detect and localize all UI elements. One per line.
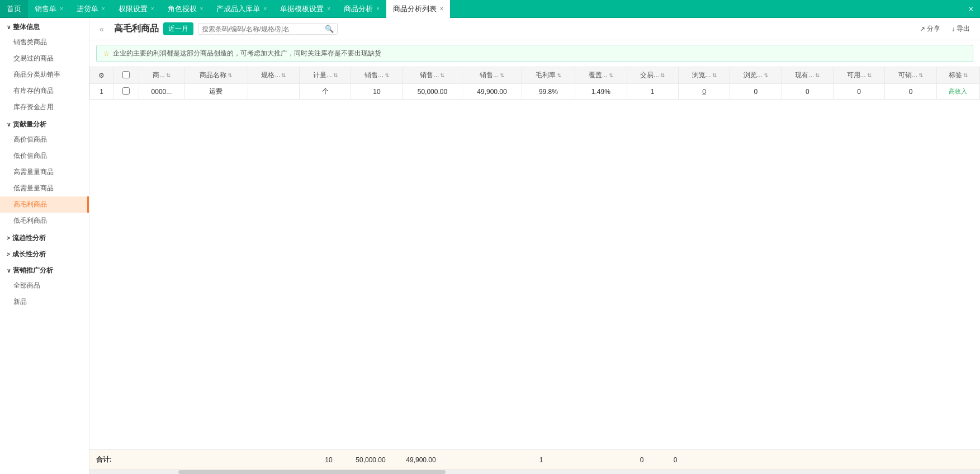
col-header-sales2[interactable]: 销售...⇅	[403, 67, 462, 84]
sidebar-item-1-5[interactable]: 低毛利商品	[0, 213, 89, 229]
row-sales1: 10	[351, 84, 403, 100]
row-checkbox[interactable]	[122, 87, 130, 95]
nav-close-6[interactable]: ×	[327, 0, 330, 18]
footer-sales2: 50,000.00	[345, 456, 396, 464]
nav-item-0[interactable]: 首页	[0, 0, 28, 18]
sort-icon-tag[interactable]: ⇅	[963, 72, 968, 78]
share-button[interactable]: ↗ 分享	[916, 22, 944, 35]
sort-icon-trade[interactable]: ⇅	[660, 72, 665, 78]
nav-close-3[interactable]: ×	[151, 0, 154, 18]
footer-cell-17	[726, 456, 759, 464]
footer-cell-10	[485, 456, 524, 464]
row-checkbox-cell	[113, 84, 139, 100]
sort-icon-name[interactable]: ⇅	[228, 72, 232, 78]
nav-item-2[interactable]: 进货单×	[70, 0, 112, 18]
sidebar-group-label-3: 成长性分析	[12, 250, 46, 259]
sidebar-item-1-2[interactable]: 高需量量商品	[0, 164, 89, 180]
search-icon[interactable]: 🔍	[325, 25, 334, 33]
filter-recent-month-button[interactable]: 近一月	[163, 22, 193, 35]
footer-cell-4	[245, 456, 278, 464]
col-header-sales3[interactable]: 销售...⇅	[462, 67, 522, 84]
sidebar-item-0-0[interactable]: 销售类商品	[0, 34, 89, 50]
col-header-browse1[interactable]: 浏览...⇅	[678, 67, 730, 84]
nav-item-1[interactable]: 销售单×	[28, 0, 70, 18]
sort-icon-coverage[interactable]: ⇅	[609, 72, 613, 78]
col-header-code[interactable]: 商...⇅	[139, 67, 184, 84]
close-all-button[interactable]: ×	[962, 4, 980, 13]
sidebar-group-3[interactable]: >成长性分析	[0, 245, 89, 261]
sort-icon-sellable[interactable]: ⇅	[919, 72, 923, 78]
sidebar-group-0[interactable]: ∨整体信息	[0, 18, 89, 34]
sort-icon-available[interactable]: ⇅	[867, 72, 872, 78]
col-header-trade[interactable]: 交易...⇅	[627, 67, 678, 84]
col-header-coverage[interactable]: 覆盖...⇅	[575, 67, 627, 84]
sidebar-group-4[interactable]: ∨营销推广分析	[0, 261, 89, 278]
sort-icon-current[interactable]: ⇅	[815, 72, 820, 78]
nav-close-7[interactable]: ×	[376, 0, 380, 18]
scrollbar-thumb[interactable]	[178, 470, 446, 474]
sidebar-item-0-2[interactable]: 商品分类助销率	[0, 67, 89, 83]
select-all-checkbox[interactable]	[122, 71, 130, 78]
footer-cell-13	[591, 456, 625, 464]
sort-icon-sales2[interactable]: ⇅	[440, 72, 444, 78]
col-header-name[interactable]: 商品名称⇅	[184, 67, 248, 84]
footer-cell-3	[178, 456, 245, 464]
row-browse2: 0	[730, 84, 782, 100]
col-header-sales1[interactable]: 销售...⇅	[351, 67, 403, 84]
sidebar-item-4-0[interactable]: 全部商品	[0, 278, 89, 294]
col-label-sales3: 销售...	[480, 71, 499, 80]
browse1-link[interactable]: 0	[702, 88, 706, 96]
row-current: 0	[782, 84, 833, 100]
nav-close-1[interactable]: ×	[60, 0, 63, 18]
nav-item-5[interactable]: 产成品入库单×	[210, 0, 273, 18]
sidebar-item-1-0[interactable]: 高价值商品	[0, 132, 89, 148]
col-header-unit[interactable]: 计量...⇅	[299, 67, 351, 84]
sort-icon-sales1[interactable]: ⇅	[385, 72, 389, 78]
export-button[interactable]: ↓ 导出	[948, 22, 973, 35]
sidebar-item-1-3[interactable]: 低需量量商品	[0, 180, 89, 196]
footer-label: 合计:	[96, 455, 112, 464]
settings-icon[interactable]: ⚙	[98, 72, 105, 79]
sidebar-collapse-button[interactable]: «	[96, 24, 107, 35]
col-header-browse2[interactable]: 浏览...⇅	[730, 67, 782, 84]
info-icon: ☆	[103, 50, 110, 58]
sidebar-item-0-1[interactable]: 交易过的商品	[0, 50, 89, 67]
col-header-tag[interactable]: 标签⇅	[936, 67, 979, 84]
sidebar-item-0-4[interactable]: 库存资金占用	[0, 99, 89, 115]
col-header-spec[interactable]: 规格...⇅	[248, 67, 299, 84]
sidebar-group-1[interactable]: ∨贡献量分析	[0, 115, 89, 132]
nav-close-4[interactable]: ×	[200, 0, 203, 18]
sidebar-item-1-4[interactable]: 高毛利商品	[0, 196, 89, 213]
nav-close-2[interactable]: ×	[102, 0, 105, 18]
nav-item-8[interactable]: 商品分析列表×	[386, 0, 450, 18]
col-header-current[interactable]: 现有...⇅	[782, 67, 833, 84]
sort-icon-sales3[interactable]: ⇅	[500, 72, 504, 78]
nav-close-8[interactable]: ×	[440, 0, 443, 18]
sort-icon-browse1[interactable]: ⇅	[712, 72, 717, 78]
nav-item-6[interactable]: 单据模板设置×	[273, 0, 337, 18]
col-label-sellable: 可销...	[898, 71, 917, 80]
sort-icon-grossRate[interactable]: ⇅	[557, 72, 561, 78]
nav-item-4[interactable]: 角色授权×	[161, 0, 210, 18]
col-header-available[interactable]: 可用...⇅	[833, 67, 884, 84]
content-header: « 高毛利商品 近一月 🔍 ↗ 分享 ↓ 导出	[89, 18, 980, 40]
sort-icon-browse2[interactable]: ⇅	[764, 72, 768, 78]
nav-item-3[interactable]: 权限设置×	[112, 0, 161, 18]
sidebar-item-4-1[interactable]: 新品	[0, 294, 89, 310]
sidebar-group-2[interactable]: >流趋性分析	[0, 229, 89, 245]
col-header-grossRate[interactable]: 毛利率⇅	[522, 67, 575, 84]
sidebar-arrow-0: ∨	[7, 24, 11, 30]
sidebar-item-0-3[interactable]: 有库存的商品	[0, 83, 89, 99]
sidebar-arrow-1: ∨	[7, 121, 11, 128]
search-input[interactable]	[202, 25, 325, 33]
sort-icon-spec[interactable]: ⇅	[281, 72, 286, 78]
nav-item-7[interactable]: 商品分析×	[337, 0, 386, 18]
sidebar-item-1-1[interactable]: 低价值商品	[0, 148, 89, 164]
sort-icon-code[interactable]: ⇅	[166, 72, 171, 78]
nav-close-5[interactable]: ×	[263, 0, 267, 18]
horizontal-scrollbar[interactable]	[89, 470, 980, 474]
footer-cell-16	[692, 456, 726, 464]
sort-icon-unit[interactable]: ⇅	[333, 72, 338, 78]
share-icon: ↗	[920, 25, 925, 33]
col-header-sellable[interactable]: 可销...⇅	[885, 67, 936, 84]
